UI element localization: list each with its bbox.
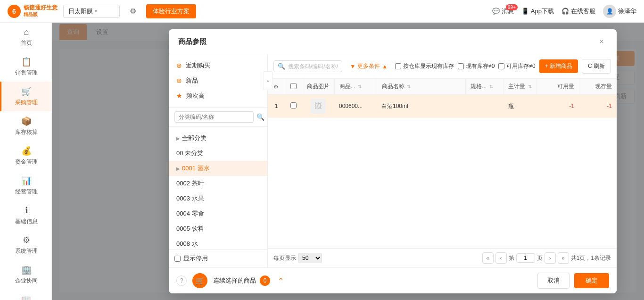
modal-overlay: 商品参照 × ⊕ 近期购买 ⊕ <box>52 23 644 300</box>
category-item-0004[interactable]: 0004 零食 <box>169 206 267 221</box>
sidebar-item-system[interactable]: ⚙ 系统管理 <box>0 230 51 260</box>
settings-icon[interactable]: ⚙ <box>125 4 140 19</box>
modal-close-button[interactable]: × <box>596 36 607 47</box>
row-unit: 瓶 <box>508 103 514 109</box>
available-nonzero-label[interactable]: 现有库存≠0 <box>466 62 495 70</box>
product-search-input[interactable] <box>288 63 338 70</box>
sidebar-item-operation[interactable]: 📊 经营管理 <box>0 171 51 200</box>
row-num: 1 <box>268 95 285 118</box>
col-spec-header[interactable]: 规格... ⇅ <box>466 79 504 95</box>
sidebar-item-sales[interactable]: 📋 销售管理 <box>0 52 51 82</box>
filter-up-icon: ▲ <box>382 63 388 70</box>
page-label: 第 <box>509 254 514 262</box>
available-nonzero-checkbox[interactable] <box>458 63 464 69</box>
quick-link-frequent[interactable]: ★ 频次高 <box>169 88 267 103</box>
col-checkbox[interactable] <box>285 79 302 95</box>
table-row[interactable]: 1 🖼 <box>268 95 617 118</box>
app-download-button[interactable]: 📱 App下载 <box>521 7 554 16</box>
user-profile[interactable]: 👤 徐泽华 <box>603 5 636 18</box>
main-layout: ⌂ 首页 📋 销售管理 🛒 采购管理 📦 库存核算 💰 资金管理 📊 经营管理 … <box>0 23 644 300</box>
category-item-all[interactable]: ▶ 全部分类 <box>169 131 267 146</box>
sidebar-item-enterprise[interactable]: 🏢 企业协同 <box>0 260 51 290</box>
logo-sub: 精品版 <box>24 11 58 18</box>
quick-link-new[interactable]: ⊕ 新品 <box>169 73 267 88</box>
first-page-button[interactable]: « <box>482 252 494 264</box>
row-name-cell: 白酒100ml <box>377 95 466 118</box>
cancel-button[interactable]: 取消 <box>537 273 570 289</box>
category-search-input[interactable] <box>174 111 254 123</box>
product-table-wrap: ⚙ 商品图片 <box>268 79 617 248</box>
usable-nonzero-group: 可用库存≠0 <box>498 62 535 70</box>
refresh-button[interactable]: C 刷新 <box>582 59 611 74</box>
category-item-0005[interactable]: 0005 饮料 <box>169 221 267 236</box>
footer-left: ? 🛒 连续选择的商品 0 ⌃ <box>176 273 286 288</box>
cart-button[interactable]: 🛒 <box>192 273 207 288</box>
product-image: 🖼 <box>311 99 326 114</box>
enterprise-icon: 🏢 <box>21 265 32 275</box>
page-suffix: 页 <box>537 254 543 262</box>
show-disabled-checkbox[interactable] <box>174 256 181 262</box>
warehouse-display-label[interactable]: 按仓库显示现有库存 <box>403 62 454 70</box>
row-code: 000600... <box>339 103 363 109</box>
col-code-label: 商品... <box>339 83 355 90</box>
row-code-cell: 000600... <box>334 95 377 118</box>
category-item-0008[interactable]: 0008 水 <box>169 236 267 249</box>
messages-button[interactable]: 💬 消息 99+ <box>492 7 514 16</box>
sidebar-item-guide[interactable]: 📖 新手引导 <box>0 290 51 300</box>
row-checkbox[interactable] <box>290 102 297 108</box>
prev-page-button[interactable]: ‹ <box>495 252 507 264</box>
sidebar-label-basic: 基础信息 <box>15 217 38 225</box>
col-available-header: 可用量 <box>537 79 579 95</box>
inventory-icon: 📦 <box>21 116 32 126</box>
service-label: 在线客服 <box>571 7 595 16</box>
sort-icon-unit: ⇅ <box>528 84 532 89</box>
category-item-0003[interactable]: 0003 水果 <box>169 191 267 206</box>
col-unit-header[interactable]: 主计量 ⇅ <box>504 79 537 95</box>
finance-icon: 💰 <box>21 146 32 156</box>
guide-icon: 📖 <box>21 294 32 300</box>
toolbar-right: + 新增商品 C 刷新 <box>539 59 611 74</box>
category-item-0002[interactable]: 0002 茶叶 <box>169 176 267 191</box>
sidebar-label-finance: 资金管理 <box>15 158 38 166</box>
sidebar-item-purchase[interactable]: 🛒 采购管理 <box>0 82 51 111</box>
trial-button[interactable]: 体验行业方案 <box>146 4 196 18</box>
confirm-button[interactable]: 确定 <box>574 273 609 288</box>
store-name: 日太阳膜 <box>68 7 93 16</box>
online-service-button[interactable]: 🎧 在线客服 <box>561 7 595 16</box>
usable-nonzero-label[interactable]: 可用库存≠0 <box>506 62 535 70</box>
collapse-left-panel-button[interactable]: « <box>264 71 273 90</box>
store-selector[interactable]: 日太阳膜 ▾ <box>63 5 120 18</box>
sidebar-label-home: 首页 <box>21 39 32 47</box>
select-all-checkbox[interactable] <box>290 83 297 89</box>
warehouse-display-checkbox[interactable] <box>395 63 401 69</box>
last-page-button[interactable]: » <box>558 252 569 264</box>
quick-link-recent[interactable]: ⊕ 近期购买 <box>169 58 267 73</box>
category-search-icon[interactable]: 🔍 <box>256 113 264 121</box>
sort-icon-spec: ⇅ <box>489 84 493 89</box>
row-checkbox-cell[interactable] <box>285 95 302 118</box>
col-code-header[interactable]: 商品... ⇅ <box>334 79 377 95</box>
sidebar-item-home[interactable]: ⌂ 首页 <box>0 23 51 52</box>
show-disabled-label[interactable]: 显示停用 <box>183 254 208 263</box>
collapse-footer-button[interactable]: ⌃ <box>276 275 286 287</box>
category-item-0001[interactable]: ▶ 0001 酒水 <box>169 161 267 176</box>
help-button[interactable]: ? <box>176 275 187 286</box>
warehouse-display-group: 按仓库显示现有库存 <box>395 62 454 70</box>
page-input[interactable] <box>516 253 535 263</box>
category-label-all: 全部分类 <box>182 134 206 142</box>
settings-icon: ⚙ <box>273 83 279 90</box>
quick-link-new-label: 新品 <box>186 76 198 85</box>
sidebar-item-finance[interactable]: 💰 资金管理 <box>0 141 51 171</box>
per-page-dropdown[interactable]: 50 10 20 100 <box>298 253 322 263</box>
next-page-button[interactable]: › <box>545 252 556 264</box>
usable-nonzero-checkbox[interactable] <box>498 63 504 69</box>
navbar: 6 畅捷通好生意 精品版 日太阳膜 ▾ ⚙ 体验行业方案 💬 消息 99+ 📱 … <box>0 0 644 23</box>
col-name-header[interactable]: 商品名称 ⇅ <box>377 79 466 95</box>
more-filter-button[interactable]: ▼ 更多条件 ▲ <box>346 60 391 72</box>
add-product-button[interactable]: + 新增商品 <box>539 59 578 73</box>
sidebar-item-basic[interactable]: ℹ 基础信息 <box>0 200 51 230</box>
sort-icon-name: ⇅ <box>407 84 411 89</box>
category-search: 🔍 <box>169 108 267 127</box>
sidebar-item-inventory[interactable]: 📦 库存核算 <box>0 111 51 141</box>
category-item-00[interactable]: 00 未分类 <box>169 146 267 161</box>
